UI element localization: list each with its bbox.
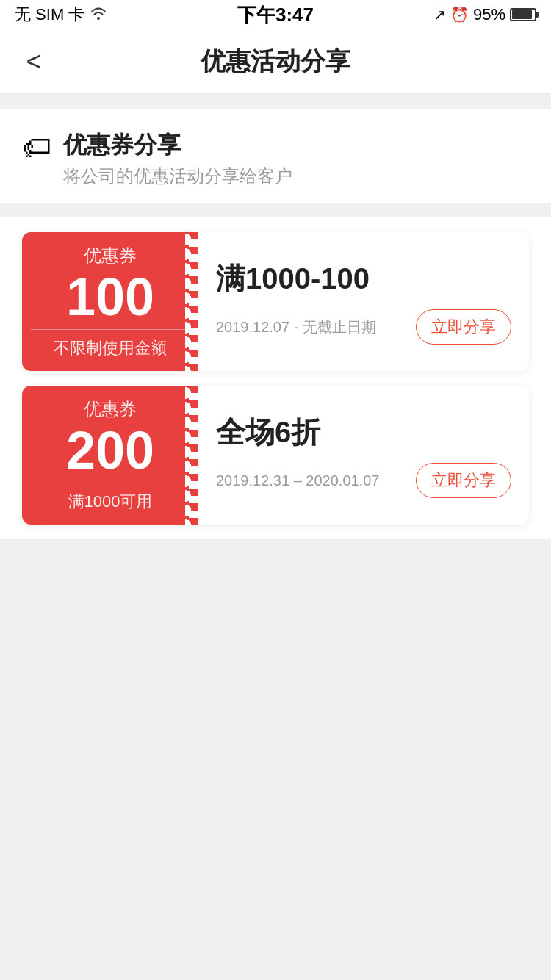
coupon-card: 优惠券 100 不限制使用金额 满1000-100 2019.12.07 - 无… [22, 232, 529, 371]
coupon-left-2: 优惠券 200 满1000可用 [22, 386, 198, 525]
coupon-name-2: 全场6折 [216, 412, 511, 453]
alarm-icon: ⏰ [450, 6, 469, 24]
coupon-amount-2: 200 [66, 424, 154, 477]
section-text: 优惠券分享 将公司的优惠活动分享给客户 [63, 129, 292, 188]
back-button[interactable]: < [18, 46, 50, 78]
battery-icon [510, 8, 536, 21]
serrated-edge-2 [185, 386, 198, 525]
share-button-1[interactable]: 立即分享 [416, 309, 511, 345]
coupon-label-1: 优惠券 [84, 244, 137, 267]
carrier-label: 无 SIM 卡 [15, 4, 84, 26]
location-icon: ↗ [433, 6, 446, 24]
coupon-right-2: 全场6折 2019.12.31 – 2020.01.07 立即分享 [198, 386, 529, 525]
coupon-condition-1: 不限制使用金额 [31, 329, 190, 359]
coupon-date-2: 2019.12.31 – 2020.01.07 [216, 472, 379, 489]
section-subtitle: 将公司的优惠活动分享给客户 [63, 165, 292, 188]
coupon-right-1: 满1000-100 2019.12.07 - 无截止日期 立即分享 [198, 232, 529, 371]
battery-percent: 95% [473, 5, 505, 24]
coupon-left-1: 优惠券 100 不限制使用金额 [22, 232, 198, 371]
section-title: 优惠券分享 [63, 129, 292, 162]
page-title: 优惠活动分享 [201, 45, 350, 79]
status-right: ↗ ⏰ 95% [433, 5, 536, 24]
coupon-amount-1: 100 [66, 270, 154, 323]
coupon-label-2: 优惠券 [84, 397, 137, 421]
coupon-name-1: 满1000-100 [216, 259, 511, 299]
bottom-area [0, 539, 551, 907]
status-bar: 无 SIM 卡 下午3:47 ↗ ⏰ 95% [0, 0, 551, 29]
coupon-footer-2: 2019.12.31 – 2020.01.07 立即分享 [216, 463, 511, 498]
coupon-date-1: 2019.12.07 - 无截止日期 [216, 317, 376, 337]
coupon-condition-2: 满1000可用 [31, 483, 190, 513]
coupon-list: 优惠券 100 不限制使用金额 满1000-100 2019.12.07 - 无… [0, 217, 551, 539]
share-button-2[interactable]: 立即分享 [416, 463, 511, 498]
serrated-edge-1 [185, 232, 198, 371]
nav-bar: < 优惠活动分享 [0, 29, 551, 94]
section-header: 🏷 优惠券分享 将公司的优惠活动分享给客户 [0, 109, 551, 203]
coupon-card-2: 优惠券 200 满1000可用 全场6折 2019.12.31 – 2020.0… [22, 386, 529, 525]
coupon-footer-1: 2019.12.07 - 无截止日期 立即分享 [216, 309, 511, 345]
section-icon: 🏷 [22, 131, 51, 164]
status-left: 无 SIM 卡 [15, 4, 107, 26]
status-time: 下午3:47 [237, 2, 314, 28]
wifi-icon [90, 5, 107, 24]
